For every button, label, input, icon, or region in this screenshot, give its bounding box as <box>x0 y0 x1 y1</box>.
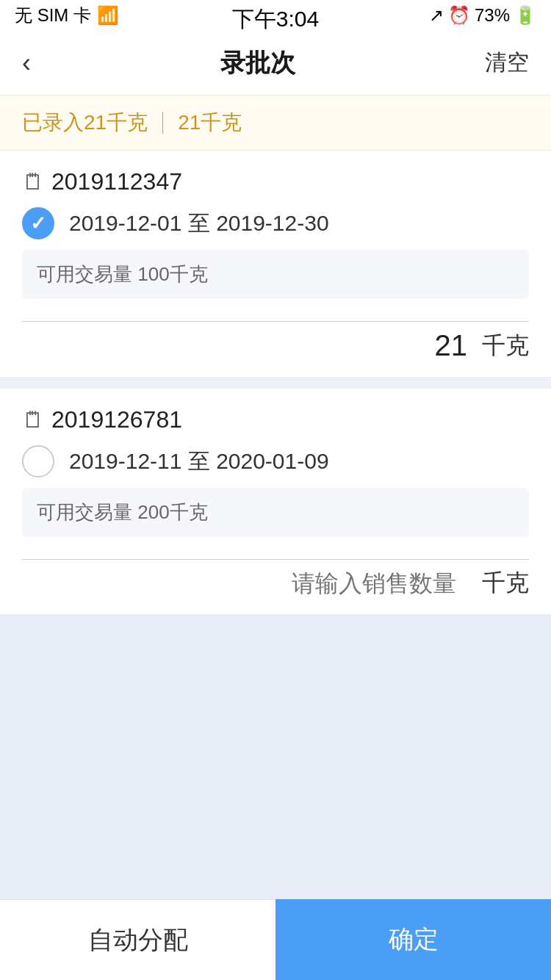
nav-bar: ‹ 录批次 清空 <box>0 31 551 96</box>
batch1-available: 可用交易量 100千克 <box>22 250 529 299</box>
batch2-input-display: 千克 <box>22 567 529 599</box>
batch1-amount-display: 21 千克 <box>22 329 529 362</box>
status-time: 下午3:04 <box>232 4 319 35</box>
batch2-date-row[interactable]: 2019-12-11 至 2020-01-09 <box>0 441 551 488</box>
batch1-amount-wrapper: 21 千克 <box>0 314 551 377</box>
content-area: 🗒 2019112347 2019-12-01 至 2019-12-30 可用交… <box>0 151 551 908</box>
location-icon: ↗ <box>429 5 444 26</box>
batch1-amount-unit: 千克 <box>482 330 529 362</box>
batch-card-2: 🗒 2019126781 2019-12-11 至 2020-01-09 可用交… <box>0 389 551 614</box>
back-button[interactable]: ‹ <box>22 48 31 79</box>
page-title: 录批次 <box>220 46 295 80</box>
batch2-input-underline <box>22 559 529 560</box>
clock-icon: ⏰ <box>448 5 470 26</box>
batch2-radio[interactable] <box>22 445 54 478</box>
batch2-header: 🗒 2019126781 <box>0 389 551 441</box>
info-divider <box>162 112 163 134</box>
sales-quantity-input[interactable] <box>22 570 467 597</box>
status-left: 无 SIM 卡 📶 <box>15 4 119 27</box>
batch1-amount-value: 21 <box>435 329 468 362</box>
batch2-id-icon: 🗒 <box>22 408 44 433</box>
bottom-bar: 自动分配 确定 <box>0 899 551 980</box>
carrier-text: 无 SIM 卡 <box>15 4 91 27</box>
battery-icon: 🔋 <box>514 5 536 26</box>
info-value: 21千克 <box>178 109 242 137</box>
batch2-input-wrapper: 千克 <box>0 552 551 614</box>
section-separator <box>0 377 551 389</box>
auto-distribute-button[interactable]: 自动分配 <box>0 899 276 980</box>
status-bar: 无 SIM 卡 📶 下午3:04 ↗ ⏰ 73% 🔋 <box>0 0 551 31</box>
batch-card-1: 🗒 2019112347 2019-12-01 至 2019-12-30 可用交… <box>0 151 551 377</box>
clear-button[interactable]: 清空 <box>485 48 529 78</box>
batch2-id: 2019126781 <box>51 406 182 433</box>
info-banner: 已录入21千克 21千克 <box>0 96 551 151</box>
batch1-date-row[interactable]: 2019-12-01 至 2019-12-30 <box>0 203 551 250</box>
gray-area <box>0 614 551 908</box>
batch2-unit: 千克 <box>482 567 529 599</box>
batch2-available: 可用交易量 200千克 <box>22 488 529 537</box>
batch1-id: 2019112347 <box>51 168 182 195</box>
batch1-date: 2019-12-01 至 2019-12-30 <box>69 209 329 239</box>
batch1-header: 🗒 2019112347 <box>0 151 551 203</box>
batch1-id-icon: 🗒 <box>22 170 44 195</box>
batch1-radio[interactable] <box>22 207 54 239</box>
info-recorded-label: 已录入21千克 <box>22 109 148 137</box>
wifi-icon: 📶 <box>97 5 119 26</box>
batch1-amount-line <box>22 321 529 322</box>
status-right: ↗ ⏰ 73% 🔋 <box>429 5 536 26</box>
battery-text: 73% <box>475 5 510 26</box>
confirm-button[interactable]: 确定 <box>276 899 551 980</box>
batch2-date: 2019-12-11 至 2020-01-09 <box>69 447 329 477</box>
